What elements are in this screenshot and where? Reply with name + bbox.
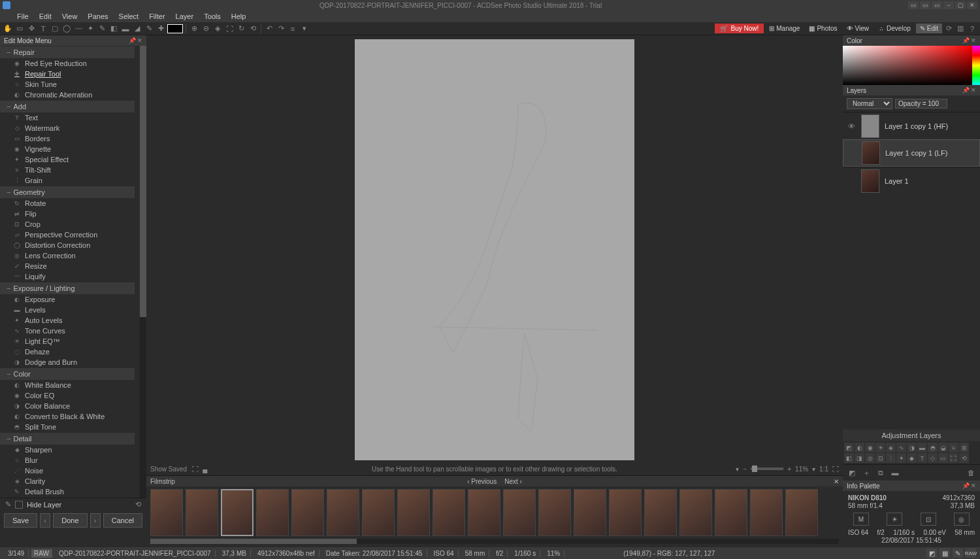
zoomout-icon[interactable]: ⊖: [201, 24, 211, 34]
history-icon[interactable]: ≡: [287, 24, 298, 34]
tool-item[interactable]: ◉Vignette: [0, 144, 135, 154]
show-saved-button[interactable]: Show Saved: [150, 466, 187, 473]
tool-item[interactable]: ≡Tilt-Shift: [0, 165, 135, 175]
adj-icon[interactable]: ◆: [907, 453, 917, 463]
menu-view[interactable]: View: [57, 11, 83, 22]
mode-photos[interactable]: ▦Photos: [805, 24, 841, 33]
buy-now-button[interactable]: 🛒Buy Now!: [715, 24, 764, 33]
tool-item[interactable]: ○Skin Tune: [0, 79, 135, 90]
tool-item[interactable]: ◓Split Tone: [0, 422, 135, 432]
adj-icon[interactable]: ⟲: [959, 453, 969, 463]
duplicate-icon[interactable]: ⧉: [875, 467, 886, 478]
add-mask-icon[interactable]: ◩: [847, 467, 857, 478]
tool-item[interactable]: ◇Watermark: [0, 123, 135, 133]
adj-icon[interactable]: ◓: [928, 443, 938, 452]
tool-item[interactable]: 〰Liquify: [0, 271, 135, 282]
gradient-tool-icon[interactable]: ◢: [132, 24, 142, 34]
undo-icon[interactable]: ↶: [264, 24, 274, 34]
status-icon3[interactable]: ✎: [953, 549, 963, 558]
cancel-button[interactable]: Cancel: [103, 513, 142, 528]
sync-icon[interactable]: ⟳: [943, 24, 954, 34]
thumbnail[interactable]: [644, 489, 677, 536]
add-layer-icon[interactable]: ＋: [861, 467, 872, 478]
status-icon1[interactable]: ◩: [926, 549, 937, 558]
close-icon[interactable]: ✕: [137, 37, 142, 44]
thumbnail[interactable]: [256, 489, 289, 536]
flatten-icon[interactable]: ▬: [890, 467, 900, 478]
filmstrip-scrollbar[interactable]: [150, 539, 839, 544]
status-icon4[interactable]: RAW: [966, 549, 976, 558]
adj-icon[interactable]: ◈: [886, 443, 896, 452]
thumbnail[interactable]: [362, 489, 395, 536]
aux3-button[interactable]: ▭: [932, 1, 942, 9]
prev-link[interactable]: ‹ Previous: [467, 478, 497, 485]
wand-tool-icon[interactable]: ✦: [85, 24, 95, 34]
menu-tools[interactable]: Tools: [199, 11, 226, 22]
layer-item[interactable]: Layer 1: [843, 167, 980, 194]
actual-icon[interactable]: ◈: [212, 24, 223, 34]
tool-item[interactable]: ◑Color Balance: [0, 401, 135, 411]
hide-layer-checkbox[interactable]: [15, 501, 23, 509]
tool-item[interactable]: ⊡Crop: [0, 219, 135, 229]
done-button[interactable]: Done: [53, 513, 87, 528]
reset-icon[interactable]: ⟲: [248, 24, 258, 34]
mode-manage[interactable]: ⊞Manage: [765, 24, 804, 33]
canvas-area[interactable]: [146, 35, 843, 464]
tool-item[interactable]: ◌Dehaze: [0, 347, 135, 357]
tool-item[interactable]: ↻Rotate: [0, 198, 135, 209]
thumbnail[interactable]: [433, 489, 465, 536]
zoom-in-icon[interactable]: +: [787, 466, 791, 473]
thumbnail[interactable]: [186, 489, 218, 536]
adj-icon[interactable]: ◉: [865, 443, 875, 452]
thumbnail[interactable]: [221, 489, 253, 536]
thumbnail[interactable]: [574, 489, 606, 536]
menu-file[interactable]: File: [12, 11, 34, 22]
thumbnail[interactable]: [609, 489, 642, 536]
tool-item[interactable]: ✦Auto Levels: [0, 315, 135, 326]
adj-icon[interactable]: ≡: [949, 443, 958, 452]
group-header[interactable]: Exposure / Lighting: [0, 282, 135, 294]
mode-edit[interactable]: ✎Edit: [916, 24, 942, 33]
next-button[interactable]: ›: [90, 513, 101, 528]
marquee-tool-icon[interactable]: ▢: [50, 24, 60, 34]
layer-item[interactable]: Layer 1 copy 1 (LF): [843, 139, 980, 167]
mode-develop[interactable]: ⛬Develop: [874, 24, 915, 33]
tool-item[interactable]: ∿Tone Curves: [0, 326, 135, 336]
blend-mode-select[interactable]: Normal: [847, 98, 892, 109]
adj-icon[interactable]: ▬: [917, 443, 927, 452]
eraser-tool-icon[interactable]: ◧: [108, 24, 119, 34]
tool-item[interactable]: ☀Light EQ™: [0, 336, 135, 347]
help-icon[interactable]: ?: [967, 24, 977, 34]
tool-item[interactable]: ◐Chromatic Aberration: [0, 90, 135, 100]
menu-layer[interactable]: Layer: [171, 11, 199, 22]
pin-icon[interactable]: 📌: [962, 483, 970, 489]
visibility-icon[interactable]: [847, 148, 857, 158]
tool-list[interactable]: Repair◉Red Eye Reduction✚Repair Tool○Ski…: [0, 46, 146, 498]
aux1-button[interactable]: ▭: [908, 1, 919, 9]
canvas[interactable]: [355, 39, 634, 460]
tool-item[interactable]: ◉Color EQ: [0, 390, 135, 401]
eyedrop-tool-icon[interactable]: ✎: [144, 24, 154, 34]
group-header[interactable]: Geometry: [0, 186, 135, 198]
mode-view[interactable]: 👁View: [843, 24, 874, 33]
adj-icon[interactable]: ◩: [844, 443, 854, 452]
tool-item[interactable]: ○Blur: [0, 455, 135, 466]
tool-item[interactable]: ◎Lens Correction: [0, 250, 135, 261]
close-icon[interactable]: ✕: [971, 37, 976, 44]
thumbnail[interactable]: [785, 489, 818, 536]
brush-tool-icon[interactable]: ✎: [97, 24, 107, 34]
tool-item[interactable]: ⋮Grain: [0, 175, 135, 186]
thumbnail[interactable]: [679, 489, 712, 536]
move-tool-icon[interactable]: ✥: [26, 24, 37, 34]
tool-item[interactable]: ⤢Resize: [0, 261, 135, 271]
adj-icon[interactable]: T: [917, 453, 927, 463]
tool-item[interactable]: TText: [0, 112, 135, 123]
zoom-arrow-icon[interactable]: ▾: [812, 466, 815, 473]
adj-icon[interactable]: ◧: [844, 453, 854, 463]
layer-item[interactable]: 👁Layer 1 copy 1 (HF): [843, 112, 980, 139]
bars-icon[interactable]: ▥: [955, 24, 966, 34]
thumbnail[interactable]: [538, 489, 571, 536]
tool-item[interactable]: ◉Red Eye Reduction: [0, 58, 135, 69]
reset-icon[interactable]: ⟲: [135, 500, 141, 509]
tool-item[interactable]: ✚Repair Tool: [0, 69, 135, 79]
